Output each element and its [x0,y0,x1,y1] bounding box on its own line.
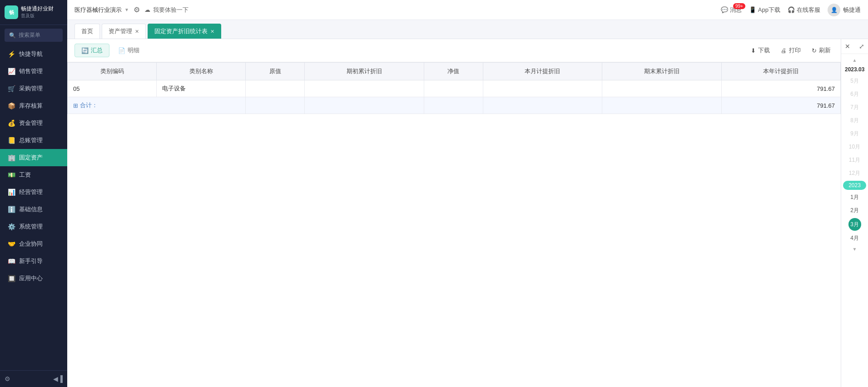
tab-close-depreciation[interactable]: ✕ [210,29,214,35]
logo-text: 畅捷通好业财 普及版 [21,5,54,19]
sidebar-header: 畅 畅捷通好业财 普及版 [0,0,67,25]
month-2[interactable]: 2月 [841,204,868,217]
scroll-down-button[interactable]: ▼ [841,245,868,253]
topbar-left: 医疗器械行业演示 ▼ ⚙ ☁ 我要体验一下 [74,5,188,14]
refresh-button[interactable]: ↻ 刷新 [809,45,833,56]
month-4[interactable]: 4月 [841,232,868,245]
sidebar-item-quicknav[interactable]: ⚡ 快捷导航 [0,45,67,63]
subtabs: 🔄 汇总 📄 明细 [74,44,146,57]
month-12[interactable]: 12月 [841,167,868,180]
table-container: 类别编码 类别名称 原值 期初累计折旧 净值 本月计提折旧 期末累计折旧 本年计… [67,62,841,387]
total-expand-icon: ⊞ [73,102,78,109]
search-menu-button[interactable]: 🔍 搜索菜单 [5,29,63,42]
sidebar-item-payroll[interactable]: 💵 工资 [0,166,67,184]
detail-icon: 📄 [118,47,125,54]
app-download-button[interactable]: 📱 App下载 [749,6,780,14]
online-service-icon: 🎧 [788,6,795,13]
sidebar-item-basic-info[interactable]: ℹ️ 基础信息 [0,201,67,218]
total-label-cell: ⊞ 合计： [68,97,246,114]
payroll-icon: 💵 [7,171,15,179]
tabbar: 首页 资产管理 ✕ 固定资产折旧统计表 ✕ [67,20,868,39]
month-3[interactable]: 3月 [848,218,861,231]
month-5[interactable]: 5月 [841,74,868,88]
sidebar-item-enterprise[interactable]: 🤝 企业协同 [0,235,67,253]
panel-expand-button[interactable]: ⤢ [858,42,865,51]
experience-icon: ☁ [144,6,150,13]
online-service-button[interactable]: 🎧 在线客服 [788,6,820,14]
avatar: 👤 [828,4,840,16]
sidebar-item-system[interactable]: ⚙️ 系统管理 [0,218,67,235]
month-6[interactable]: 6月 [841,88,868,101]
sales-icon: 📈 [7,68,15,75]
total-begin-dep [305,97,424,114]
month-10[interactable]: 10月 [841,140,868,154]
sidebar-item-guide[interactable]: 📖 新手引导 [0,253,67,270]
topbar-settings-icon[interactable]: ⚙ [134,5,140,14]
logo-icon: 畅 [5,5,18,19]
tab-asset-mgmt[interactable]: 资产管理 ✕ [102,24,146,39]
sidebar-item-purchase[interactable]: 🛒 采购管理 [0,80,67,97]
date-panel-title: 2023.03 [841,64,868,74]
quicknav-icon: ⚡ [7,50,15,58]
row-original [246,80,305,97]
depreciation-table: 类别编码 类别名称 原值 期初累计折旧 净值 本月计提折旧 期末累计折旧 本年计… [67,62,841,114]
panel-close-button[interactable]: ✕ [844,42,851,51]
subtab-summary[interactable]: 🔄 汇总 [74,44,109,57]
total-original [246,97,305,114]
tab-home[interactable]: 首页 [74,24,100,39]
row-begin-dep [305,80,424,97]
system-icon: ⚙️ [7,223,15,230]
print-button[interactable]: 🖨 打印 [778,45,804,56]
date-panel: ▲ 2023.03 5月 6月 7月 8月 9月 10月 11月 12月 202… [841,54,868,255]
sidebar-item-sales[interactable]: 📈 销售管理 [0,63,67,80]
sidebar-item-ledger[interactable]: 📒 总账管理 [0,132,67,149]
messages-badge: 99+ [733,3,745,9]
search-icon: 🔍 [9,32,16,39]
col-name: 类别名称 [157,63,246,80]
settings-footer-icon[interactable]: ⚙ [5,375,10,382]
sidebar-item-operations[interactable]: 📊 经营管理 [0,184,67,201]
panel-controls: ✕ ⤢ [841,39,868,54]
table-row: 05 电子设备 791.67 [68,80,841,97]
toolbar-right: ⬇ 下载 🖨 打印 ↻ 刷新 [748,45,833,56]
collapse-icon[interactable]: ◀▐ [53,375,63,382]
month-11[interactable]: 11月 [841,154,868,167]
ledger-icon: 📒 [7,137,15,144]
month-8[interactable]: 8月 [841,114,868,127]
col-net-value: 净值 [424,63,483,80]
sidebar-item-apps[interactable]: 🔲 应用中心 [0,270,67,287]
download-button[interactable]: ⬇ 下载 [748,45,773,56]
sidebar-item-fixed-assets[interactable]: 🏢 固定资产 [0,149,67,166]
experience-button[interactable]: ☁ 我要体验一下 [144,6,188,14]
row-end-dep [602,80,721,97]
sidebar-item-inventory[interactable]: 📦 库存核算 [0,97,67,114]
tab-depreciation[interactable]: 固定资产折旧统计表 ✕ [148,24,221,39]
content-area: 🔄 汇总 📄 明细 ⬇ 下载 🖨 打印 [67,39,841,387]
month-1[interactable]: 1月 [841,191,868,204]
row-month-dep [483,80,602,97]
messages-icon: 💬 [721,6,728,13]
scroll-up-button[interactable]: ▲ [841,56,868,64]
month-9[interactable]: 9月 [841,127,868,140]
subtab-bar: 🔄 汇总 📄 明细 ⬇ 下载 🖨 打印 [67,39,841,62]
year-2023[interactable]: 2023 [843,181,866,190]
enterprise-icon: 🤝 [7,240,15,248]
col-begin-dep: 期初累计折旧 [305,63,424,80]
subtab-detail[interactable]: 📄 明细 [111,44,146,57]
col-end-dep: 期末累计折旧 [602,63,721,80]
sidebar-logo: 畅 畅捷通好业财 普及版 [5,5,63,19]
right-date-panel: ✕ ⤢ ▲ 2023.03 5月 6月 7月 8月 9月 10月 11月 12月… [841,39,868,387]
row-code: 05 [68,80,157,97]
topbar-right: 💬 消息 99+ 📱 App下载 🎧 在线客服 👤 畅捷通 [721,4,861,16]
purchase-icon: 🛒 [7,85,15,92]
sidebar-item-funds[interactable]: 💰 资金管理 [0,114,67,132]
messages-button[interactable]: 💬 消息 99+ [721,6,742,14]
user-info[interactable]: 👤 畅捷通 [828,4,861,16]
tab-close-asset-mgmt[interactable]: ✕ [135,29,139,35]
company-selector[interactable]: 医疗器械行业演示 ▼ [74,6,129,14]
funds-icon: 💰 [7,119,15,127]
sidebar-search-area: 🔍 搜索菜单 [0,25,67,45]
col-month-dep: 本月计提折旧 [483,63,602,80]
sidebar-nav: ⚡ 快捷导航 📈 销售管理 🛒 采购管理 📦 库存核算 💰 资金管理 📒 总账管… [0,45,67,370]
month-7[interactable]: 7月 [841,101,868,114]
